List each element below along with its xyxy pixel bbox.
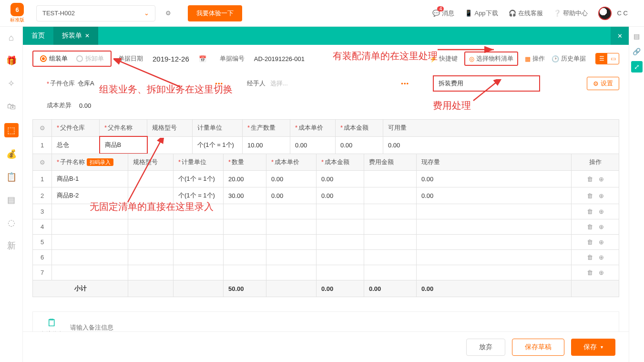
tab-disassembly[interactable]: 拆装单 ✕ — [53, 27, 98, 45]
cell-child-name[interactable] — [52, 219, 128, 235]
scan-tag[interactable]: 扫码录入 — [87, 158, 113, 166]
delete-row-icon[interactable]: 🗑 — [587, 208, 593, 215]
nav-bag-icon[interactable]: 🛍 — [5, 100, 18, 113]
gear-column-icon[interactable]: ⚙ — [33, 120, 52, 137]
cell-unit[interactable]: 个(1个 = 1个) — [193, 136, 243, 154]
cell-uprice[interactable] — [266, 250, 317, 265]
org-selector[interactable]: TEST-H002 ⌄ — [36, 5, 155, 21]
cell-unit[interactable]: 个(1个 = 1个) — [174, 171, 224, 187]
cell-amt[interactable]: 0.00 — [317, 171, 364, 187]
gear-column-icon[interactable]: ⚙ — [33, 154, 52, 171]
cell-spec[interactable] — [128, 235, 174, 250]
cell-child-name[interactable] — [52, 235, 128, 250]
cell-amt[interactable] — [317, 219, 364, 235]
rail-link-icon[interactable]: 🔗 — [631, 46, 643, 57]
nav-gift-icon[interactable]: 🎁 — [5, 54, 18, 67]
add-row-icon[interactable]: ⊕ — [599, 254, 604, 261]
cell-qty[interactable] — [224, 204, 266, 219]
nav-home-icon[interactable]: ⌂ — [5, 31, 18, 44]
delete-row-icon[interactable]: 🗑 — [587, 176, 593, 183]
delete-row-icon[interactable]: 🗑 — [587, 238, 593, 246]
tab-close-icon[interactable]: ✕ — [85, 32, 90, 39]
child-row[interactable]: 4🗑⊕ — [33, 219, 619, 235]
cell-amt[interactable] — [317, 235, 364, 250]
cell-fee[interactable] — [364, 250, 417, 265]
cell-unit[interactable] — [174, 235, 224, 250]
cell-uprice[interactable] — [266, 265, 317, 280]
view-card-button[interactable]: ▭ — [607, 53, 619, 64]
cell-uprice[interactable] — [266, 235, 317, 250]
rail-expand-icon[interactable]: ⤢ — [631, 61, 643, 72]
cell-qty[interactable]: 10.00 — [243, 136, 290, 154]
cell-child-name[interactable]: 商品B-1 — [52, 171, 128, 187]
cell-spec[interactable] — [128, 265, 174, 280]
nav-new-icon[interactable]: 新 — [5, 239, 18, 252]
cell-qty[interactable] — [224, 235, 266, 250]
delete-row-icon[interactable]: 🗑 — [587, 254, 593, 261]
add-row-icon[interactable]: ⊕ — [599, 223, 604, 230]
nav-report-icon[interactable]: ▤ — [5, 194, 18, 206]
parent-row[interactable]: 1 总仓 商品B 个(1个 = 1个) 10.00 0.00 0.00 0.00 — [33, 136, 619, 154]
try-button[interactable]: 我要体验一下 — [188, 5, 242, 21]
child-row[interactable]: 6🗑⊕ — [33, 250, 619, 265]
radio-assemble[interactable]: 组装单 — [40, 54, 68, 63]
messages-button[interactable]: 💬 消息 4 — [432, 9, 454, 18]
child-row[interactable]: 5🗑⊕ — [33, 235, 619, 250]
save-draft-button[interactable]: 保存草稿 — [512, 339, 564, 356]
close-all-tabs[interactable]: ✕ — [611, 27, 629, 45]
cell-parent-name[interactable]: 商品B — [100, 136, 147, 154]
add-row-icon[interactable]: ⊕ — [599, 192, 604, 199]
cell-qty[interactable] — [224, 265, 266, 280]
cell-fee[interactable] — [364, 204, 417, 219]
date-value[interactable]: 2019-12-26 — [153, 55, 189, 63]
handler-select[interactable]: 选择... — [270, 79, 288, 88]
cell-fee[interactable] — [364, 235, 417, 250]
cell-spec[interactable] — [128, 171, 174, 187]
cell-amt[interactable]: 0.00 — [336, 136, 383, 154]
select-bom-button[interactable]: ◎ 选择物料清单 — [464, 52, 518, 66]
cell-unit[interactable] — [174, 219, 224, 235]
nav-money-icon[interactable]: 💰 — [5, 148, 18, 160]
app-download-button[interactable]: 📱 App下载 — [465, 9, 498, 18]
cell-amt[interactable] — [317, 265, 364, 280]
save-button[interactable]: 保存 ▾ — [571, 339, 615, 356]
fee-input[interactable]: 拆装费用 — [433, 75, 540, 92]
cell-fee[interactable] — [364, 187, 417, 204]
cell-unit[interactable] — [174, 250, 224, 265]
history-button[interactable]: 🕑 历史单据 — [552, 54, 586, 63]
child-row[interactable]: 1商品B-1个(1个 = 1个)20.000.000.000.00🗑⊕ — [33, 171, 619, 187]
support-button[interactable]: 🎧 在线客服 — [509, 9, 543, 18]
rail-note-icon[interactable]: ▤ — [631, 31, 643, 42]
delete-row-icon[interactable]: 🗑 — [587, 192, 593, 199]
cell-fee[interactable] — [364, 171, 417, 187]
add-row-icon[interactable]: ⊕ — [599, 176, 604, 183]
cell-uprice[interactable] — [266, 219, 317, 235]
operations-button[interactable]: ▦ 操作 — [525, 54, 545, 63]
discard-button[interactable]: 放弃 — [466, 339, 505, 356]
add-row-icon[interactable]: ⊕ — [599, 269, 604, 276]
view-list-button[interactable]: ☰ — [596, 53, 607, 64]
cell-wh[interactable]: 总仓 — [52, 136, 100, 154]
child-wh-value[interactable]: 仓库A — [78, 79, 94, 88]
cell-child-name[interactable] — [52, 250, 128, 265]
calendar-icon[interactable]: 📅 — [199, 55, 206, 62]
nav-house-icon[interactable]: ✧ — [5, 77, 18, 90]
radio-disassemble[interactable]: 拆卸单 — [76, 54, 104, 63]
cell-qty[interactable]: 20.00 — [224, 171, 266, 187]
cell-uprice[interactable] — [266, 204, 317, 219]
nav-ring-icon[interactable]: ◌ — [5, 217, 18, 229]
remark-input[interactable] — [66, 320, 614, 331]
cell-fee[interactable] — [364, 219, 417, 235]
cell-amt[interactable]: 0.00 — [317, 187, 364, 204]
delete-row-icon[interactable]: 🗑 — [587, 269, 593, 276]
settings-button[interactable]: ⚙ 设置 — [587, 77, 619, 90]
cell-qty[interactable] — [224, 219, 266, 235]
cell-qty[interactable] — [224, 250, 266, 265]
cell-amt[interactable] — [317, 250, 364, 265]
cell-qty[interactable]: 30.00 — [224, 187, 266, 204]
settings-gear-button[interactable]: ⚙ — [160, 5, 176, 21]
cell-uprice[interactable]: 0.00 — [290, 136, 336, 154]
cell-spec[interactable] — [128, 219, 174, 235]
cell-unit[interactable] — [174, 265, 224, 280]
cell-uprice[interactable]: 0.00 — [266, 187, 317, 204]
